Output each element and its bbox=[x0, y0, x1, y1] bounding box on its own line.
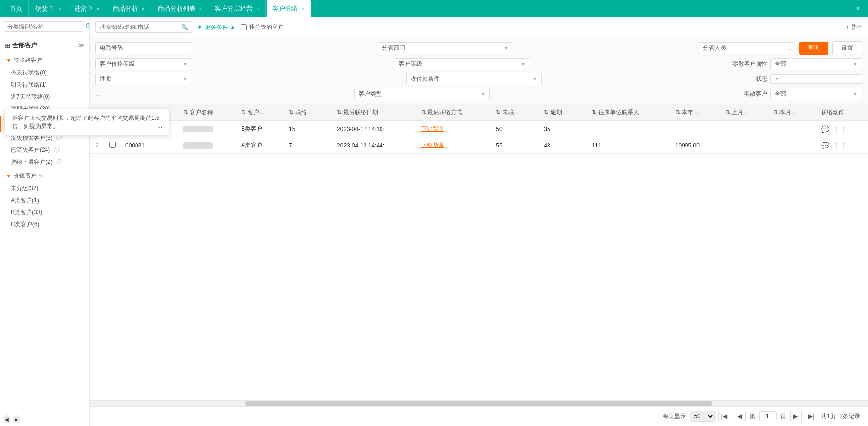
search-input[interactable] bbox=[95, 21, 192, 33]
status-filter[interactable]: ▼ bbox=[770, 74, 862, 84]
tab-home[interactable]: 首页 bbox=[4, 0, 29, 17]
next-page-button[interactable]: ▶ bbox=[790, 411, 802, 422]
sort-icon: ⇅ bbox=[289, 109, 294, 116]
retail-customer-filter[interactable]: 全部 ▼ bbox=[770, 88, 862, 100]
export-button[interactable]: ↑ 导出 bbox=[846, 23, 862, 31]
total-pages: 共1页 bbox=[821, 412, 836, 421]
sidebar-item-today-pending[interactable]: 今天待联络(0) bbox=[0, 67, 89, 79]
chevron-down-icon: ▼ bbox=[481, 91, 486, 97]
historical-contact bbox=[587, 121, 670, 137]
tooltip-close-icon[interactable]: ... bbox=[157, 122, 162, 129]
close-icon[interactable]: × bbox=[257, 6, 259, 12]
sidebar-item-a-class[interactable]: A类客户(1) bbox=[0, 194, 89, 206]
customer-type-filter[interactable]: 客户类型 ▼ bbox=[354, 88, 490, 100]
more-action-icon[interactable]: ⋮⋮ bbox=[833, 125, 847, 133]
all-customers-title[interactable]: ⊞ 全部客户 ≫ bbox=[0, 38, 89, 53]
col-this-month[interactable]: ⇅ 本月... bbox=[768, 104, 816, 121]
sort-icon: ⇅ bbox=[183, 109, 188, 116]
sidebar-search-icon[interactable]: 🔍 bbox=[85, 23, 90, 30]
col-not-contact[interactable]: ⇅ 未联... bbox=[491, 104, 539, 121]
last-contact-date: 2023-04-17 14:19: bbox=[332, 121, 416, 137]
col-class[interactable]: ⇅ 客户... bbox=[236, 104, 284, 121]
retail-attr-filter[interactable]: 全部 ▼ bbox=[770, 58, 862, 70]
historical-contact: 111 bbox=[587, 137, 670, 154]
tab-product-analysis[interactable]: 商品分析 × bbox=[107, 0, 151, 17]
sidebar-item-declining[interactable]: 持续下滑客户(2) ⓘ bbox=[0, 156, 89, 168]
more-action-icon[interactable]: ⋮⋮ bbox=[833, 142, 847, 149]
col-overdue[interactable]: ⇅ 逾期... bbox=[539, 104, 587, 121]
last-page-button[interactable]: ▶| bbox=[806, 411, 817, 422]
customer-name bbox=[179, 121, 237, 137]
prev-page-button[interactable]: ◀ bbox=[734, 411, 746, 422]
person-filter[interactable]: 分管人员 ... bbox=[699, 42, 795, 54]
per-page-select[interactable]: 50 100 200 bbox=[690, 411, 715, 422]
tab-product-analysis-list[interactable]: 商品分析列表 × bbox=[152, 0, 209, 17]
tab-customer-segment[interactable]: 客户分层经营 × bbox=[209, 0, 266, 17]
customer-table: ⚙ ⇅ 客户编码 ⇅ 客户名称 ⇅ 客户... bbox=[90, 104, 868, 154]
horizontal-scrollbar[interactable] bbox=[90, 400, 868, 406]
more-conditions-button[interactable]: ▼ 更多条件 ▲ bbox=[197, 23, 236, 31]
close-icon[interactable]: × bbox=[199, 6, 202, 12]
row-checkbox-cell[interactable] bbox=[105, 137, 121, 154]
tab-purchase-order[interactable]: 进货单 × bbox=[68, 0, 106, 17]
filter-row-4: ... 客户类型 ▼ 零散客户 全部 ▼ bbox=[95, 88, 862, 100]
close-icon[interactable]: × bbox=[58, 6, 61, 12]
close-all-tabs-button[interactable]: × bbox=[852, 4, 864, 13]
dept-filter[interactable]: 分管部门 ▼ bbox=[378, 42, 513, 54]
sidebar-item-tomorrow-pending[interactable]: 明天待联络(1) bbox=[0, 79, 89, 91]
col-last-contact-method[interactable]: ⇅ 最后联络方式 bbox=[416, 104, 491, 121]
chevron-down-icon: ▼ bbox=[504, 45, 509, 51]
top-navigation: 首页 销货单 × 进货单 × 商品分析 × 商品分析列表 × 客户分层经营 × … bbox=[0, 0, 868, 17]
close-icon[interactable]: × bbox=[97, 6, 100, 12]
last-contact-method[interactable]: 下销货单 bbox=[416, 121, 491, 137]
page-number-input[interactable] bbox=[759, 411, 777, 421]
tooltip-popup: 距客户上次交易时长，超过了此客户的平均交易周期的1.5倍，则视为异常。 ... bbox=[5, 109, 169, 136]
sidebar-bottom: ◀ ▶ bbox=[0, 412, 89, 426]
sidebar-expand-button[interactable]: ▶ bbox=[13, 415, 20, 423]
sidebar-group-pending-title[interactable]: ▼ 待联络客户 bbox=[0, 54, 89, 67]
last-contact-method[interactable]: 下销货单 bbox=[416, 137, 491, 154]
price-grade-filter[interactable]: 客户价格等级 ▼ bbox=[95, 58, 192, 70]
settings-button[interactable]: 设置 bbox=[832, 41, 862, 55]
sidebar-item-churned[interactable]: 已流失客户(24) ⓘ bbox=[0, 144, 89, 156]
customer-name bbox=[179, 137, 237, 154]
phone-filter[interactable]: 电话号码 bbox=[95, 42, 192, 54]
filter-row-1: 电话号码 分管部门 ▼ 分管人员 ... 查询 设置 bbox=[95, 41, 862, 55]
sidebar-item-unclassified[interactable]: 未分组(32) bbox=[0, 182, 89, 194]
sidebar-group-value-title[interactable]: ▼ 价值客户 ✎ bbox=[0, 169, 89, 182]
ellipsis-button[interactable]: ... bbox=[95, 91, 100, 98]
col-contact-count[interactable]: ⇅ 联络... bbox=[284, 104, 332, 121]
contact-icon[interactable]: 💬 bbox=[821, 125, 829, 133]
not-contact: 50 bbox=[491, 121, 539, 137]
sidebar-item-c-class[interactable]: C类客户(6) bbox=[0, 219, 89, 231]
payment-filter[interactable]: 收付款条件 ▼ bbox=[406, 73, 542, 85]
my-customers-checkbox[interactable]: 我分管的客户 bbox=[241, 23, 284, 31]
sidebar-search-input[interactable] bbox=[4, 21, 83, 32]
my-customers-checkbox-input[interactable] bbox=[241, 24, 247, 30]
tab-customer-contact[interactable]: 客户联络 × bbox=[267, 0, 311, 17]
col-last-month[interactable]: ⇅ 上月... bbox=[720, 104, 768, 121]
close-icon[interactable]: × bbox=[302, 6, 305, 12]
col-historical-contact[interactable]: ⇅ 往来单位联系人 bbox=[587, 104, 670, 121]
col-name[interactable]: ⇅ 客户名称 bbox=[179, 104, 237, 121]
gender-filter[interactable]: 性质 ▼ bbox=[95, 73, 192, 85]
overdue: 35 bbox=[539, 121, 587, 137]
close-icon[interactable]: × bbox=[142, 6, 145, 12]
sort-icon: ⇅ bbox=[592, 109, 596, 116]
contact-count: 15 bbox=[284, 121, 332, 137]
query-button[interactable]: 查询 bbox=[799, 42, 828, 55]
edit-icon[interactable]: ✎ bbox=[39, 173, 44, 179]
search-icon[interactable]: 🔍 bbox=[181, 24, 188, 30]
collapse-icon[interactable]: ≫ bbox=[78, 42, 84, 49]
sort-icon: ⇅ bbox=[421, 109, 426, 116]
sidebar-toggle-button[interactable]: ◀ bbox=[3, 415, 11, 423]
first-page-button[interactable]: |◀ bbox=[718, 411, 730, 422]
customer-grade-filter[interactable]: 客户等级 ▼ bbox=[395, 58, 530, 70]
sidebar-item-b-class[interactable]: B类客户(33) bbox=[0, 206, 89, 219]
col-this-year[interactable]: ⇅ 本年... bbox=[670, 104, 720, 121]
sidebar-item-7days-pending[interactable]: 近7天待联络(0) bbox=[0, 91, 89, 103]
tab-sales-order[interactable]: 销货单 × bbox=[30, 0, 67, 17]
contact-icon[interactable]: 💬 bbox=[821, 142, 829, 149]
search-wrapper: 🔍 bbox=[95, 21, 192, 33]
col-last-contact-date[interactable]: ⇅ 最后联络日期 bbox=[332, 104, 416, 121]
